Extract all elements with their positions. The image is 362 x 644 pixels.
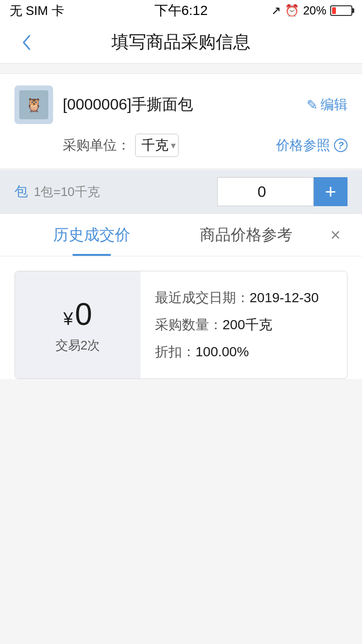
unit-label: 采购单位： xyxy=(63,136,130,154)
help-icon: ? xyxy=(334,139,348,152)
last-trade-date-value: 2019-12-30 xyxy=(250,290,319,306)
plus-icon: + xyxy=(325,181,336,203)
tab-history-price[interactable]: 历史成交价 xyxy=(14,214,169,256)
product-info: 🦉 [0000006]手撕面包 xyxy=(14,85,193,124)
price-details-right: 最近成交日期： 2019-12-30 采购数量： 200千克 折扣： 100.0… xyxy=(140,271,347,378)
currency-symbol: ¥ xyxy=(63,309,73,329)
price-display: ¥ 0 xyxy=(63,296,92,332)
battery-percent: 20% xyxy=(303,4,326,17)
alarm-icon: ⏰ xyxy=(285,4,299,17)
battery-icon xyxy=(330,5,352,16)
tab-close-button[interactable]: × xyxy=(323,223,348,247)
edit-label: 编辑 xyxy=(320,96,348,114)
price-summary-left: ¥ 0 交易2次 xyxy=(15,271,140,378)
close-icon: × xyxy=(330,225,340,245)
quantity-plus-button[interactable]: + xyxy=(314,177,348,206)
product-logo-icon: 🦉 xyxy=(26,97,42,113)
purchase-qty-label: 采购数量： xyxy=(155,316,223,334)
quantity-unit-info: 包 1包=10千克 xyxy=(14,182,217,201)
status-right: ↗ ⏰ 20% xyxy=(271,4,352,17)
product-thumbnail-inner: 🦉 xyxy=(19,90,48,119)
product-top-row: 🦉 [0000006]手撕面包 ✎ 编辑 xyxy=(14,85,348,124)
purchase-qty-row: 采购数量： 200千克 xyxy=(155,316,333,334)
unit-select-wrapper[interactable]: 千克 xyxy=(135,134,179,157)
main-content: 🦉 [0000006]手撕面包 ✎ 编辑 采购单位： 千克 价格参照 xyxy=(0,73,362,644)
discount-label: 折扣： xyxy=(155,343,195,361)
status-carrier: 无 SIM 卡 xyxy=(10,2,68,19)
discount-value: 100.00% xyxy=(195,344,249,360)
tab-history-price-label: 历史成交价 xyxy=(53,224,130,246)
unit-select[interactable]: 千克 xyxy=(135,134,179,157)
price-data-card: ¥ 0 交易2次 最近成交日期： 2019-12-30 采购数量： 200千克 … xyxy=(14,271,348,379)
last-trade-date-label: 最近成交日期： xyxy=(155,289,250,307)
carrier-text: 无 SIM 卡 xyxy=(10,2,64,19)
price-reference-button[interactable]: 价格参照 ? xyxy=(276,136,348,154)
price-amount: 0 xyxy=(75,296,92,332)
back-button[interactable] xyxy=(14,30,39,55)
trade-count: 交易2次 xyxy=(56,337,100,354)
purchase-unit-row: 采购单位： 千克 价格参照 ? xyxy=(14,134,348,157)
status-time: 下午6:12 xyxy=(154,1,208,20)
quantity-input-group: + xyxy=(217,177,348,206)
purchase-qty-value: 200千克 xyxy=(223,316,272,334)
tabs-header: 历史成交价 商品价格参考 × xyxy=(0,214,362,256)
edit-icon: ✎ xyxy=(306,97,318,113)
price-reference-label: 价格参照 xyxy=(276,136,330,154)
status-bar: 无 SIM 卡 下午6:12 ↗ ⏰ 20% xyxy=(0,0,362,21)
last-trade-date-row: 最近成交日期： 2019-12-30 xyxy=(155,289,333,307)
nav-bar: 填写商品采购信息 xyxy=(0,21,362,64)
product-thumbnail: 🦉 xyxy=(14,85,53,124)
quantity-row: 包 1包=10千克 + xyxy=(0,170,362,213)
discount-row: 折扣： 100.00% xyxy=(155,343,333,361)
tab-product-price-reference[interactable]: 商品价格参考 xyxy=(169,214,323,256)
tab-product-price-reference-label: 商品价格参考 xyxy=(200,224,292,246)
tabs-container: 历史成交价 商品价格参考 × ¥ 0 交易2次 最近成交日期： xyxy=(0,213,362,379)
edit-button[interactable]: ✎ 编辑 xyxy=(306,96,348,114)
unit-conversion: 1包=10千克 xyxy=(34,183,100,200)
unit-badge: 包 xyxy=(14,182,28,201)
product-card: 🦉 [0000006]手撕面包 ✎ 编辑 采购单位： 千克 价格参照 xyxy=(0,73,362,169)
product-name: [0000006]手撕面包 xyxy=(63,94,193,115)
page-title: 填写商品采购信息 xyxy=(111,30,251,54)
unit-value: 千克 xyxy=(141,136,168,154)
tab-underline xyxy=(72,254,111,256)
quantity-input[interactable] xyxy=(217,177,314,206)
location-icon: ↗ xyxy=(271,4,281,17)
